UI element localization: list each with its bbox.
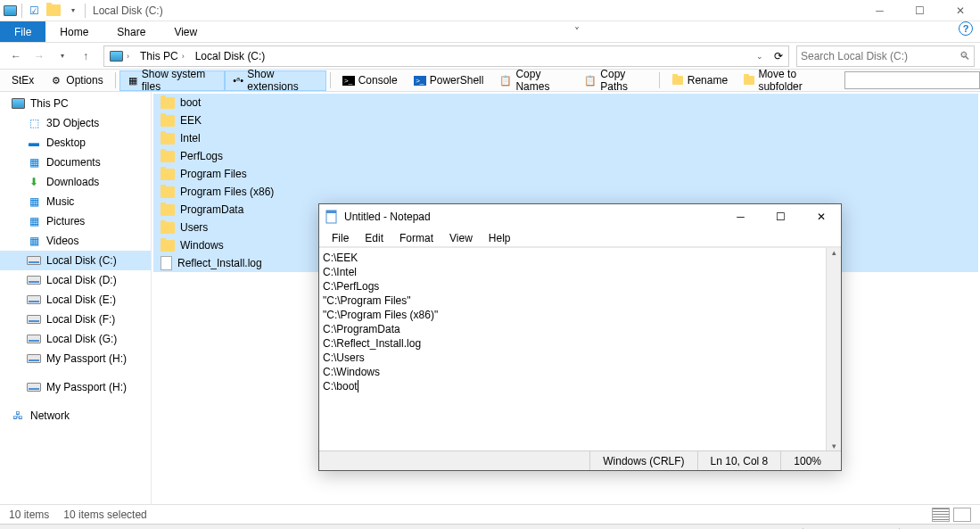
folder-icon	[161, 240, 175, 252]
file-item[interactable]: boot	[153, 94, 978, 112]
file-item[interactable]: PerfLogs	[153, 147, 978, 165]
details-view-button[interactable]	[932, 508, 950, 522]
tab-home[interactable]: Home	[45, 21, 103, 42]
search-box[interactable]: 🔍︎	[796, 45, 975, 67]
copy-paths-button[interactable]: 📋Copy Paths	[576, 70, 655, 91]
powershell-button[interactable]: >_PowerShell	[406, 70, 492, 91]
tree-label: My Passport (H:)	[46, 352, 127, 365]
notepad-menu-view[interactable]: View	[442, 232, 480, 244]
address-seg-localdisk[interactable]: Local Disk (C:)	[190, 46, 271, 66]
console-button[interactable]: >_Console	[334, 70, 406, 91]
tree-item-this-pc[interactable]: This PC	[0, 94, 151, 113]
music-icon: ▦	[27, 194, 41, 209]
status-bar: 10 items 10 items selected	[0, 504, 980, 524]
file-item[interactable]: Program Files	[153, 165, 978, 183]
file-name: EEK	[180, 114, 202, 127]
tree-item-local-disk-c-[interactable]: Local Disk (C:)	[0, 251, 151, 270]
tab-share[interactable]: Share	[103, 21, 160, 42]
copy-icon: 📋	[499, 74, 512, 87]
videos-icon: ▦	[27, 234, 41, 248]
tree-item-videos[interactable]: ▦Videos	[0, 231, 151, 251]
show-extensions-button[interactable]: •ᵃ•Show extensions	[225, 70, 326, 91]
svg-rect-1	[326, 211, 336, 213]
tree-item-local-disk-d-[interactable]: Local Disk (D:)	[0, 270, 151, 290]
address-root-icon[interactable]: ›	[104, 46, 135, 66]
network-icon: 🖧	[11, 409, 25, 423]
notepad-titlebar[interactable]: Untitled - Notepad ─ ☐ ✕	[319, 204, 841, 229]
tree-item-my-passport-h-[interactable]: My Passport (H:)	[0, 349, 151, 368]
file-name: Users	[180, 221, 208, 234]
tree-item-local-disk-g-[interactable]: Local Disk (G:)	[0, 329, 151, 349]
file-item[interactable]: Intel	[153, 129, 978, 147]
tree-item-my-passport-h-[interactable]: My Passport (H:)	[0, 377, 151, 397]
tree-item-music[interactable]: ▦Music	[0, 192, 151, 211]
copy-names-button[interactable]: 📋Copy Names	[491, 70, 576, 91]
ribbon-collapse-icon[interactable]: ˅	[574, 21, 596, 42]
tab-view[interactable]: View	[160, 21, 211, 42]
refresh-button[interactable]: ⟳	[769, 46, 788, 66]
navigation-pane[interactable]: This PC⬚3D Objects▬Desktop▦Documents⬇Dow…	[0, 92, 152, 504]
address-seg-thispc[interactable]: This PC›	[135, 46, 190, 66]
qat-dropdown-icon[interactable]: ▾	[63, 1, 83, 21]
notepad-scrollbar[interactable]	[826, 248, 841, 450]
large-icons-view-button[interactable]	[953, 508, 971, 522]
tree-item-documents[interactable]: ▦Documents	[0, 153, 151, 172]
file-item[interactable]: EEK	[153, 112, 978, 129]
rename-icon	[671, 74, 684, 87]
folder-icon	[161, 186, 175, 198]
tree-item-pictures[interactable]: ▦Pictures	[0, 211, 151, 231]
qat-folder-icon[interactable]	[44, 1, 63, 21]
tree-label: This PC	[30, 97, 69, 110]
search-input[interactable]	[801, 50, 959, 62]
notepad-menu-file[interactable]: File	[325, 232, 356, 244]
minimize-button[interactable]: ─	[860, 0, 900, 21]
tree-item-local-disk-e-[interactable]: Local Disk (E:)	[0, 290, 151, 310]
notepad-textarea[interactable]: C:\EEK C:\Intel C:\PerfLogs "C:\Program …	[319, 248, 826, 450]
file-item[interactable]: Program Files (x86)	[153, 183, 978, 201]
file-name: Program Files (x86)	[180, 186, 274, 198]
tree-label: Music	[46, 195, 74, 208]
notepad-menu-edit[interactable]: Edit	[358, 232, 391, 244]
stex-toolbar: StEx ⚙Options ▦Show system files •ᵃ•Show…	[0, 70, 980, 92]
close-button[interactable]: ✕	[940, 0, 980, 21]
folder-icon	[161, 115, 175, 127]
folder-icon	[161, 222, 175, 234]
stex-button[interactable]: StEx	[4, 70, 42, 91]
forward-button[interactable]: →	[29, 45, 50, 67]
file-name: Windows	[180, 239, 224, 252]
tree-item-3d-objects[interactable]: ⬚3D Objects	[0, 113, 151, 133]
file-name: Reflect_Install.log	[177, 257, 262, 269]
address-bar[interactable]: › This PC› Local Disk (C:) ⌄ ⟳	[103, 45, 789, 67]
qat-properties-icon[interactable]: ☑	[24, 1, 44, 21]
notepad-zoom: 100%	[780, 451, 834, 470]
maximize-button[interactable]: ☐	[900, 0, 940, 21]
help-icon[interactable]: ?	[959, 21, 973, 36]
notepad-menu-help[interactable]: Help	[482, 232, 518, 244]
tree-item-downloads[interactable]: ⬇Downloads	[0, 172, 151, 192]
back-button[interactable]: ←	[5, 45, 27, 67]
tree-item-network[interactable]: 🖧Network	[0, 406, 151, 426]
tree-item-local-disk-f-[interactable]: Local Disk (F:)	[0, 310, 151, 329]
tree-label: Network	[30, 409, 70, 422]
notepad-minimize-button[interactable]: ─	[721, 204, 761, 229]
tree-item-desktop[interactable]: ▬Desktop	[0, 133, 151, 153]
disk-icon	[27, 293, 41, 307]
notepad-close-button[interactable]: ✕	[801, 204, 841, 229]
recent-dropdown-icon[interactable]: ▾	[52, 45, 73, 67]
move-subfolder-button[interactable]: Move to subfolder	[736, 70, 841, 91]
up-button[interactable]: ↑	[75, 45, 96, 67]
tab-file[interactable]: File	[0, 21, 45, 42]
ext-icon: •ᵃ•	[233, 74, 243, 87]
show-system-files-button[interactable]: ▦Show system files	[119, 70, 225, 91]
notepad-window[interactable]: Untitled - Notepad ─ ☐ ✕ File Edit Forma…	[318, 203, 842, 471]
options-button[interactable]: ⚙Options	[42, 70, 111, 91]
notepad-maximize-button[interactable]: ☐	[761, 204, 801, 229]
address-dropdown-icon[interactable]: ⌄	[751, 46, 769, 66]
subfolder-name-input[interactable]	[844, 71, 980, 89]
search-icon[interactable]: 🔍︎	[959, 50, 970, 62]
tree-label: Documents	[46, 156, 101, 169]
pictures-icon: ▦	[27, 214, 41, 228]
notepad-menu-format[interactable]: Format	[392, 232, 441, 244]
rename-button[interactable]: Rename	[663, 70, 736, 91]
tree-label: Pictures	[46, 215, 85, 227]
